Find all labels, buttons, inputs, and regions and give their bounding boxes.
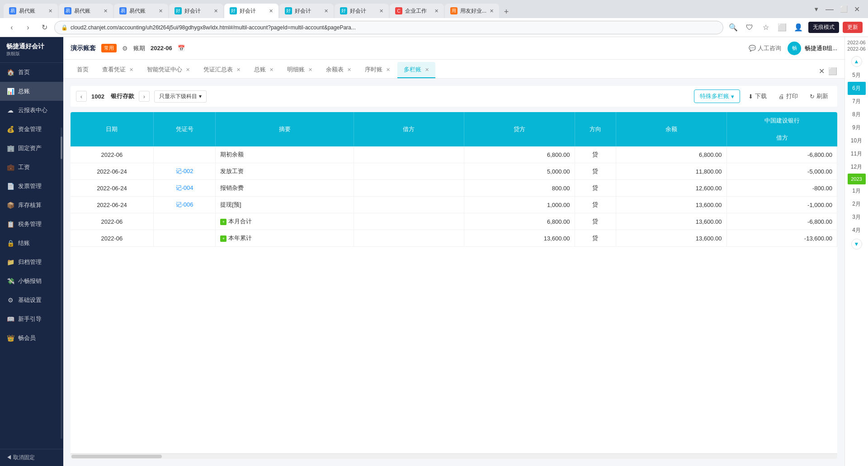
scroll-down-button[interactable]: ▼ [851, 239, 862, 249]
multi-col-button[interactable]: 特殊多栏账 ▾ [694, 89, 740, 103]
tab-panel-close-icon[interactable]: ✕ [819, 67, 825, 75]
tab-view-voucher[interactable]: 查看凭证 ✕ [96, 62, 140, 78]
tab-sequence-ledger[interactable]: 序时账 ✕ [359, 62, 396, 78]
tab-close-6[interactable]: ✕ [379, 8, 383, 14]
calendar-icon[interactable]: 📅 [178, 45, 185, 52]
tab-panel-expand-icon[interactable]: ⬜ [828, 67, 837, 75]
refresh-button[interactable]: ↻ 刷新 [806, 90, 832, 103]
tab-balance[interactable]: 余额表 ✕ [320, 62, 358, 78]
scrollbar-thumb[interactable] [71, 455, 162, 458]
tab-close-5[interactable]: ✕ [324, 8, 328, 14]
tab-close-1[interactable]: ✕ [104, 8, 108, 14]
voucher-link[interactable]: 记-002 [176, 168, 193, 174]
voucher-link[interactable]: 记-006 [176, 201, 193, 208]
month-4[interactable]: 4月 [848, 224, 866, 237]
sidebar-item-ledger[interactable]: 📊 总账 [0, 82, 63, 101]
new-tab-button[interactable]: + [500, 5, 513, 18]
month-1[interactable]: 1月 [848, 184, 866, 198]
cell-voucher[interactable]: 记-006 [153, 197, 215, 213]
sidebar-item-expense[interactable]: 💸 小畅报销 [0, 272, 63, 291]
tab-balance-close[interactable]: ✕ [347, 67, 351, 73]
month-9[interactable]: 9月 [848, 121, 866, 134]
sidebar-item-guide[interactable]: 📖 新手引导 [0, 310, 63, 329]
browser-tab-6[interactable]: 好 好会计 ✕ [335, 4, 389, 18]
browser-tab-4[interactable]: 好 好会计 ✕ [224, 4, 278, 18]
sidebar-item-tax[interactable]: 📋 税务管理 [0, 215, 63, 234]
tab-general-ledger-close[interactable]: ✕ [269, 67, 274, 73]
tab-multi-col-close[interactable]: ✕ [425, 67, 429, 73]
forward-button[interactable]: › [22, 21, 34, 34]
download-button[interactable]: ⬇ 下载 [745, 90, 770, 103]
voucher-link[interactable]: 记-004 [176, 184, 193, 191]
month-12[interactable]: 12月 [848, 160, 866, 174]
month-7[interactable]: 7月 [848, 95, 866, 108]
prev-account-button[interactable]: ‹ [76, 91, 87, 102]
sidebar-item-assets[interactable]: 🏢 固定资产 [0, 139, 63, 158]
tab-view-voucher-close[interactable]: ✕ [129, 67, 133, 73]
table-scroll-area[interactable]: 日期 凭证号 摘要 借方 贷方 方向 余额 中国建设银行 借方 [71, 112, 837, 453]
cell-voucher[interactable]: 记-004 [153, 180, 215, 197]
tab-voucher-summary[interactable]: 凭证汇总表 ✕ [197, 62, 247, 78]
tab-scroll-left[interactable]: ▼ [813, 6, 819, 13]
close-window[interactable]: ✕ [854, 5, 860, 14]
tab-smart-voucher-close[interactable]: ✕ [186, 67, 190, 73]
stealth-mode-button[interactable]: 无痕模式 [808, 22, 839, 33]
tab-close-4[interactable]: ✕ [269, 8, 273, 14]
month-5[interactable]: 5月 [848, 69, 866, 82]
browser-tab-2[interactable]: 易 易代账 ✕ [114, 4, 168, 18]
settings-gear-icon[interactable]: ⚙ [122, 45, 128, 52]
consultant-button[interactable]: 💬 人工咨询 [749, 44, 781, 52]
sidebar-collapse-button[interactable]: ◀ 取消固定 [0, 449, 63, 466]
tab-detail-ledger[interactable]: 明细账 ✕ [281, 62, 319, 78]
sidebar-item-payroll[interactable]: 💼 工资 [0, 158, 63, 177]
sidebar-item-close-accounts[interactable]: 🔒 结账 [0, 234, 63, 253]
browser-tab-7[interactable]: C 企业工作 ✕ [390, 4, 444, 18]
sidebar-item-cloud-report[interactable]: ☁ 云报表中心 [0, 101, 63, 120]
month-8[interactable]: 8月 [848, 108, 866, 121]
sidebar-item-settings[interactable]: ⚙ 基础设置 [0, 291, 63, 310]
month-2[interactable]: 2月 [848, 198, 866, 211]
sidebar-item-archive[interactable]: 📁 归档管理 [0, 253, 63, 272]
sidebar-item-inventory[interactable]: 📦 库存核算 [0, 196, 63, 215]
next-account-button[interactable]: › [139, 91, 150, 102]
user-circle-icon[interactable]: 👤 [792, 21, 805, 34]
tab-close-8[interactable]: ✕ [490, 8, 494, 14]
tab-multi-col[interactable]: 多栏账 ✕ [397, 62, 435, 78]
tab-close-7[interactable]: ✕ [434, 8, 439, 14]
shield-icon[interactable]: 🛡 [743, 21, 756, 34]
sidebar-item-invoice[interactable]: 📄 发票管理 [0, 177, 63, 196]
tab-detail-ledger-close[interactable]: ✕ [308, 67, 312, 73]
browser-tab-8[interactable]: 用 用友好业... ✕ [445, 4, 499, 18]
maximize-window[interactable]: ⬜ [840, 5, 848, 13]
tab-general-ledger[interactable]: 总账 ✕ [248, 62, 280, 78]
star-icon[interactable]: ☆ [760, 21, 772, 34]
sidebar-item-membership[interactable]: 👑 畅会员 [0, 329, 63, 348]
tab-close-0[interactable]: ✕ [48, 8, 52, 14]
reload-button[interactable]: ↻ [38, 21, 51, 34]
back-button[interactable]: ‹ [5, 21, 18, 34]
cell-voucher[interactable]: 记-002 [153, 163, 215, 180]
browser-tab-3[interactable]: 好 好会计 ✕ [169, 4, 223, 18]
tab-smart-voucher[interactable]: 智能凭证中心 ✕ [141, 62, 196, 78]
sidebar-item-fund[interactable]: 💰 资金管理 [0, 120, 63, 139]
update-button[interactable]: 更新 [843, 22, 863, 33]
tab-home[interactable]: 首页 [71, 62, 95, 78]
minimize-window[interactable]: — [826, 5, 834, 14]
tab-voucher-summary-close[interactable]: ✕ [236, 67, 241, 73]
month-3[interactable]: 3月 [848, 211, 866, 224]
horizontal-scrollbar[interactable] [71, 453, 837, 459]
month-10[interactable]: 10月 [848, 134, 866, 147]
address-bar[interactable]: 🔒 cloud2.chanjet.com/accounting/uh26t264… [54, 21, 723, 34]
scroll-up-button[interactable]: ▲ [851, 56, 862, 67]
browser-tab-1[interactable]: 易 易代账 ✕ [59, 4, 113, 18]
tab-close-3[interactable]: ✕ [214, 8, 218, 14]
sub-account-filter[interactable]: 只显示下级科目 ▾ [154, 90, 207, 103]
tab-close-2[interactable]: ✕ [159, 8, 163, 14]
browser-tab-5[interactable]: 好 好会计 ✕ [279, 4, 334, 18]
sidebar-item-home[interactable]: 🏠 首页 [0, 63, 63, 82]
month-11[interactable]: 11月 [848, 147, 866, 160]
extension-icon[interactable]: ⬜ [776, 21, 788, 34]
search-icon[interactable]: 🔍 [727, 21, 740, 34]
print-button[interactable]: 🖨 打印 [775, 90, 802, 103]
month-6[interactable]: 6月 [848, 82, 866, 95]
